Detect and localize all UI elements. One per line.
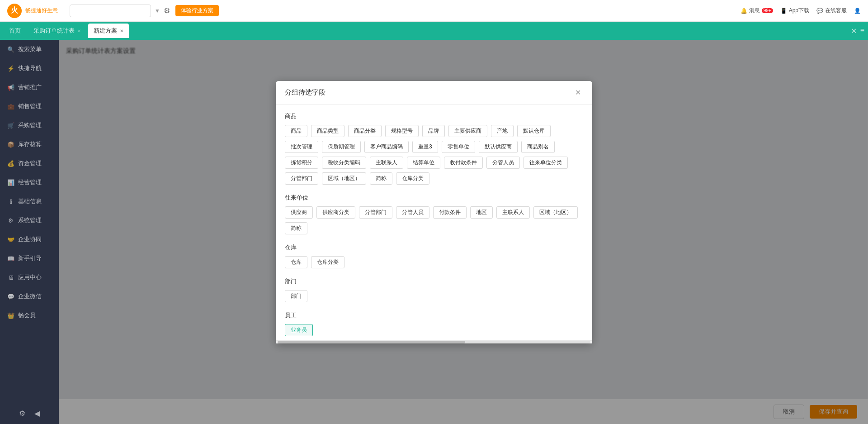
field-tag-0-1[interactable]: 商品类型 bbox=[311, 125, 344, 137]
section-0: 商品商品商品类型商品分类规格型号品牌主要供应商产地默认仓库批次管理保质期管理客户… bbox=[285, 112, 583, 185]
field-tag-2-1[interactable]: 仓库分类 bbox=[311, 256, 344, 268]
sidebar-member-label: 畅会员 bbox=[18, 311, 36, 319]
sidebar-item-purchase[interactable]: 🛒 采购管理 bbox=[0, 116, 59, 135]
sidebar-item-system[interactable]: ⚙ 系统管理 bbox=[0, 211, 59, 230]
field-tag-0-16[interactable]: 税收分类编码 bbox=[322, 157, 366, 169]
section-title-1: 往来单位 bbox=[285, 194, 583, 202]
field-tag-0-13[interactable]: 默认供应商 bbox=[479, 141, 518, 153]
section-1: 往来单位供应商供应商分类分管部门分管人员付款条件地区主联系人区域（地区）简称 bbox=[285, 194, 583, 234]
sidebar-basics-label: 基础信息 bbox=[18, 197, 42, 205]
tab-bar-close-all[interactable]: ✕ bbox=[851, 27, 857, 35]
notification-item[interactable]: 🔔 消息 99+ bbox=[741, 7, 773, 14]
field-tag-1-6[interactable]: 主联系人 bbox=[496, 206, 530, 219]
tab-purchase-stats[interactable]: 采购订单统计表 ✕ bbox=[28, 24, 86, 38]
field-tag-1-7[interactable]: 区域（地区） bbox=[533, 206, 578, 219]
field-tag-0-10[interactable]: 客户商品编码 bbox=[364, 141, 409, 153]
field-tag-1-0[interactable]: 供应商 bbox=[285, 206, 313, 219]
system-icon: ⚙ bbox=[7, 217, 14, 224]
field-tags-3: 部门 bbox=[285, 290, 583, 302]
field-tag-0-14[interactable]: 商品别名 bbox=[521, 141, 555, 153]
sidebar-item-guide[interactable]: 📖 新手引导 bbox=[0, 249, 59, 268]
sidebar-search-label: 搜索菜单 bbox=[18, 45, 42, 53]
field-tag-0-5[interactable]: 主要供应商 bbox=[448, 125, 487, 137]
modal-body[interactable]: 商品商品商品类型商品分类规格型号品牌主要供应商产地默认仓库批次管理保质期管理客户… bbox=[276, 105, 592, 340]
field-tag-0-20[interactable]: 分管人员 bbox=[486, 157, 520, 169]
field-tag-0-0[interactable]: 商品 bbox=[285, 125, 307, 137]
field-tag-0-8[interactable]: 批次管理 bbox=[285, 141, 318, 153]
sidebar-item-finance[interactable]: 💰 资金管理 bbox=[0, 154, 59, 173]
sales-icon: 💼 bbox=[7, 103, 14, 110]
tab-purchase-close-icon[interactable]: ✕ bbox=[77, 29, 81, 33]
field-tag-0-4[interactable]: 品牌 bbox=[422, 125, 445, 137]
field-tag-2-0[interactable]: 仓库 bbox=[285, 256, 307, 268]
sidebar-settings-icon[interactable]: ⚙ bbox=[19, 409, 25, 418]
field-tag-0-9[interactable]: 保质期管理 bbox=[322, 141, 361, 153]
sidebar-item-marketing[interactable]: 📢 营销推广 bbox=[0, 78, 59, 97]
wechat-icon: 💬 bbox=[7, 293, 14, 300]
sidebar-item-operations[interactable]: 📊 经营管理 bbox=[0, 173, 59, 192]
header-search: ▼ ⚙ 体验行业方案 bbox=[70, 5, 219, 17]
tab-bar-menu[interactable]: ≡ bbox=[860, 27, 864, 35]
collab-icon: 🤝 bbox=[7, 236, 14, 243]
sidebar-item-inventory[interactable]: 📦 库存核算 bbox=[0, 135, 59, 154]
field-tag-4-0[interactable]: 业务员 bbox=[285, 324, 313, 336]
tab-home[interactable]: 首页 bbox=[4, 24, 26, 38]
field-tag-0-22[interactable]: 分管部门 bbox=[285, 172, 318, 185]
sidebar-item-member[interactable]: 👑 畅会员 bbox=[0, 306, 59, 325]
search-input[interactable] bbox=[70, 5, 151, 17]
field-tag-0-12[interactable]: 零售单位 bbox=[442, 141, 475, 153]
service-item[interactable]: 💬 在线客服 bbox=[816, 7, 847, 14]
section-title-4: 员工 bbox=[285, 311, 583, 319]
finance-icon: 💰 bbox=[7, 160, 14, 167]
trial-button[interactable]: 体验行业方案 bbox=[175, 5, 219, 16]
field-tag-0-23[interactable]: 区域（地区） bbox=[322, 172, 366, 185]
modal-title: 分组待选字段 bbox=[285, 88, 326, 97]
field-tag-1-2[interactable]: 分管部门 bbox=[359, 206, 392, 219]
field-tag-1-3[interactable]: 分管人员 bbox=[396, 206, 429, 219]
field-tag-1-1[interactable]: 供应商分类 bbox=[316, 206, 355, 219]
sidebar-collapse-icon[interactable]: ◀ bbox=[34, 409, 40, 418]
basics-icon: ℹ bbox=[7, 198, 14, 205]
modal-close-button[interactable]: ✕ bbox=[572, 87, 583, 98]
sidebar-item-sales[interactable]: 💼 销售管理 bbox=[0, 97, 59, 116]
sidebar-item-apps[interactable]: 🖥 应用中心 bbox=[0, 268, 59, 287]
field-tag-1-5[interactable]: 地区 bbox=[470, 206, 493, 219]
field-tag-0-19[interactable]: 收付款条件 bbox=[444, 157, 483, 169]
field-tag-0-11[interactable]: 重量3 bbox=[412, 141, 438, 153]
field-tag-0-25[interactable]: 仓库分类 bbox=[396, 172, 429, 185]
sidebar-guide-label: 新手引导 bbox=[18, 254, 42, 262]
sidebar-item-wechat[interactable]: 💬 企业微信 bbox=[0, 287, 59, 306]
purchase-icon: 🛒 bbox=[7, 122, 14, 129]
search-icon: 🔍 bbox=[7, 46, 14, 53]
sidebar-operations-label: 经营管理 bbox=[18, 178, 42, 186]
field-tag-0-15[interactable]: 拣货积分 bbox=[285, 157, 318, 169]
sidebar-item-collab[interactable]: 🤝 企业协同 bbox=[0, 230, 59, 249]
field-tags-1: 供应商供应商分类分管部门分管人员付款条件地区主联系人区域（地区）简称 bbox=[285, 206, 583, 234]
download-item[interactable]: 📱 App下载 bbox=[780, 7, 809, 14]
field-tag-0-3[interactable]: 规格型号 bbox=[385, 125, 419, 137]
field-tag-0-2[interactable]: 商品分类 bbox=[348, 125, 382, 137]
field-tag-0-21[interactable]: 往来单位分类 bbox=[524, 157, 568, 169]
field-tag-1-8[interactable]: 简称 bbox=[285, 222, 307, 234]
sidebar-item-quicknav[interactable]: ⚡ 快捷导航 bbox=[0, 59, 59, 78]
dropdown-arrow[interactable]: ▼ bbox=[155, 8, 160, 14]
field-tag-0-6[interactable]: 产地 bbox=[491, 125, 514, 137]
field-tag-0-24[interactable]: 简称 bbox=[370, 172, 392, 185]
field-tag-1-4[interactable]: 付款条件 bbox=[433, 206, 467, 219]
sidebar-wechat-label: 企业微信 bbox=[18, 292, 42, 300]
apps-icon: 🖥 bbox=[7, 274, 14, 281]
settings-icon[interactable]: ⚙ bbox=[164, 6, 170, 15]
sidebar-item-search[interactable]: 🔍 搜索菜单 bbox=[0, 40, 59, 59]
field-tag-0-17[interactable]: 主联系人 bbox=[370, 157, 403, 169]
quicknav-icon: ⚡ bbox=[7, 65, 14, 72]
field-tags-4: 业务员 bbox=[285, 324, 583, 336]
sidebar-item-basics[interactable]: ℹ 基础信息 bbox=[0, 192, 59, 211]
sidebar-finance-label: 资金管理 bbox=[18, 159, 42, 167]
tab-new-plan[interactable]: 新建方案 ✕ bbox=[88, 24, 129, 38]
field-tag-0-18[interactable]: 结算单位 bbox=[407, 157, 440, 169]
field-tag-3-0[interactable]: 部门 bbox=[285, 290, 307, 302]
tab-new-plan-close-icon[interactable]: ✕ bbox=[120, 29, 123, 33]
field-tag-0-7[interactable]: 默认仓库 bbox=[517, 125, 551, 137]
notification-icon: 🔔 bbox=[741, 8, 747, 14]
user-avatar[interactable]: 👤 bbox=[854, 8, 861, 14]
